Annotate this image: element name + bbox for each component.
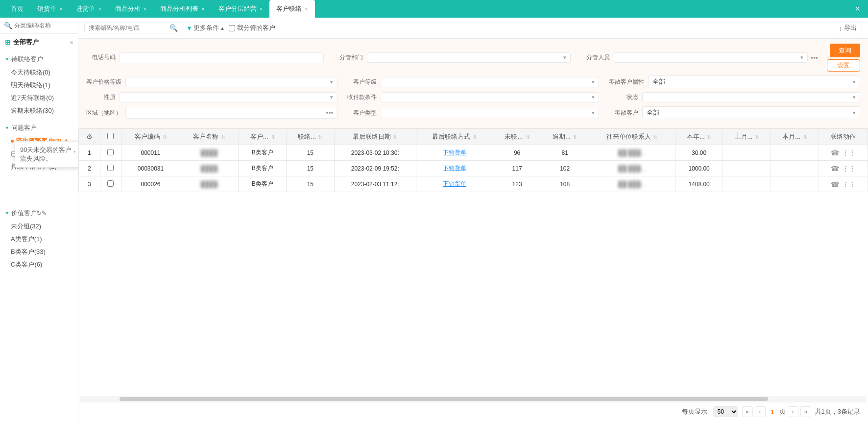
sort-icon8[interactable]: ⇅ [573, 134, 577, 140]
filter-dept-select[interactable]: ▾ [367, 52, 571, 63]
sidebar-all-customers[interactable]: ⊞ 全部客户 « [0, 34, 78, 50]
filter-price-grade-select[interactable]: ▾ [125, 77, 338, 87]
filter-grade-select[interactable]: ▾ [381, 77, 599, 87]
filter-person-select[interactable]: ▾ [614, 52, 808, 63]
sidebar-item-today[interactable]: 今天待联络(0) [0, 66, 78, 79]
more-conditions-button[interactable]: ▼ 更多条件 ▲ [186, 24, 225, 32]
col-settings-icon[interactable]: ⚙ [86, 133, 93, 141]
col-settings[interactable]: ⚙ [79, 129, 100, 145]
sort-icon11[interactable]: ⇅ [755, 134, 759, 140]
sort-icon7[interactable]: ⇅ [526, 134, 530, 140]
sort-icon4[interactable]: ⇅ [318, 134, 322, 140]
next-page-button[interactable]: › [788, 406, 798, 417]
sort-icon10[interactable]: ⇅ [707, 134, 711, 140]
sort-icon2[interactable]: ⇅ [221, 134, 225, 140]
close-purchase-tab[interactable]: × [98, 6, 101, 12]
row-last-method[interactable]: 下销货单 [416, 145, 493, 161]
collapse-icon[interactable]: « [70, 39, 73, 45]
nav-tab-analysis-list[interactable]: 商品分析列表 × [153, 0, 211, 18]
more-options-dots[interactable]: ••• [811, 54, 818, 62]
filter-status-select[interactable]: ▾ [642, 92, 860, 102]
filter-cust-type-select[interactable]: ▾ [381, 108, 599, 118]
more-actions-icon[interactable]: ⋮⋮ [842, 149, 856, 157]
region-dots[interactable]: ••• [326, 109, 334, 117]
more-actions-icon[interactable]: ⋮⋮ [842, 165, 856, 173]
contact-icon[interactable]: ☎ [831, 180, 839, 188]
filter-zero-cust-select[interactable]: 全部▾ [642, 106, 860, 119]
close-contact-tab[interactable]: × [305, 6, 308, 12]
filter-row-3: 性质 ▾ 收付款条件 ▾ 状态 ▾ [86, 92, 860, 102]
settings-button[interactable]: 设置 [827, 59, 860, 72]
row-actions[interactable]: ☎ ⋮⋮ [819, 145, 868, 161]
row-checkbox[interactable] [100, 161, 121, 176]
export-button[interactable]: ↓ 导出 [834, 22, 863, 34]
select-all-checkbox[interactable] [107, 133, 114, 139]
filter-zero-attr-label: 零散客户属性 [609, 78, 644, 86]
edit-icon[interactable]: ✎ [42, 210, 47, 217]
nav-tab-customer-tier[interactable]: 客户分层经营 × [212, 0, 269, 18]
filter-nature-select[interactable]: ▾ [120, 92, 338, 102]
sidebar-item-class-c[interactable]: C类客户(6) [0, 258, 78, 271]
col-name: 客户名称 ⇅ [180, 129, 239, 145]
horizontal-scrollbar[interactable] [80, 396, 866, 402]
row-last-method[interactable]: 下销货单 [416, 176, 493, 192]
row-this-year: 1408.00 [675, 176, 723, 192]
sort-icon12[interactable]: ⇅ [803, 134, 807, 140]
page-size-select[interactable]: 50 100 200 [713, 406, 738, 417]
sidebar-item-ungroup[interactable]: 未分组(32) [0, 220, 78, 233]
sidebar-item-overdue-contact[interactable]: 逾期未联络(30) [0, 104, 78, 117]
close-sales-tab[interactable]: × [59, 6, 62, 12]
close-analysis-tab[interactable]: × [144, 6, 146, 12]
nav-tab-analysis[interactable]: 商品分析 × [108, 0, 153, 18]
sort-icon5[interactable]: ⇅ [393, 134, 397, 140]
triangle-icon2: ▼ [5, 125, 9, 130]
nav-tab-customer-contact[interactable]: 客户联络 × [269, 0, 314, 18]
close-tier-tab[interactable]: × [260, 6, 263, 12]
row-last-method[interactable]: 下销货单 [416, 161, 493, 176]
sidebar-item-class-b[interactable]: B类客户(33) [0, 246, 78, 258]
col-checkbox[interactable] [100, 129, 121, 145]
scrollbar-thumb[interactable] [120, 397, 768, 401]
filter-region-select[interactable]: ••• [125, 107, 338, 119]
sort-icon3[interactable]: ⇅ [271, 134, 275, 140]
filter-payment-select[interactable]: ▾ [381, 92, 599, 102]
row-uncontacted: 123 [493, 176, 541, 192]
chevron-up-icon: ▲ [220, 25, 225, 31]
sidebar-section-pending-title[interactable]: ▼ 待联络客户 [0, 52, 78, 66]
row-actions[interactable]: ☎ ⋮⋮ [819, 176, 868, 192]
active-dot [11, 140, 14, 143]
row-this-year: 1000.00 [675, 161, 723, 176]
sidebar-item-tomorrow[interactable]: 明天待联络(1) [0, 79, 78, 92]
prev-page-button[interactable]: ‹ [755, 406, 766, 417]
first-page-button[interactable]: « [742, 406, 753, 417]
filter-phone-input[interactable] [120, 52, 324, 63]
sort-icon[interactable]: ⇅ [163, 134, 167, 140]
sidebar-section-value-title[interactable]: ▼ 价值客户 ↻ ✎ [0, 206, 78, 220]
sidebar-item-7days[interactable]: 近7天待联络(0) [0, 92, 78, 104]
contact-icon[interactable]: ☎ [831, 165, 839, 173]
my-customers-checkbox[interactable] [229, 25, 235, 31]
filter-zero-attr-select[interactable]: 全部▾ [648, 75, 860, 88]
close-analysis-list-tab[interactable]: × [201, 6, 204, 12]
sidebar-item-class-a[interactable]: A类客户(1) [0, 233, 78, 246]
nav-tab-home[interactable]: 首页 [4, 0, 30, 18]
nav-tab-purchase[interactable]: 进货单 × [69, 0, 108, 18]
last-page-button[interactable]: » [800, 406, 811, 417]
sidebar-search-input[interactable] [14, 22, 74, 29]
sort-icon6[interactable]: ⇅ [473, 134, 477, 140]
row-actions[interactable]: ☎ ⋮⋮ [819, 161, 868, 176]
row-checkbox[interactable] [100, 145, 121, 161]
query-button[interactable]: 查询 [830, 44, 860, 57]
col-action: 联络动作 [819, 129, 868, 145]
search-button[interactable]: 🔍 [169, 24, 178, 32]
refresh-icon[interactable]: ↻ [37, 210, 42, 217]
search-input[interactable] [89, 25, 168, 31]
more-actions-icon[interactable]: ⋮⋮ [842, 180, 856, 188]
sidebar-section-problem-title[interactable]: ▼ 问题客户 [0, 121, 78, 135]
contact-icon[interactable]: ☎ [831, 149, 839, 157]
sort-icon9[interactable]: ⇅ [653, 134, 657, 140]
row-checkbox[interactable] [100, 176, 121, 192]
my-customers-checkbox-label[interactable]: 我分管的客户 [229, 24, 275, 32]
nav-tab-sales[interactable]: 销货单 × [30, 0, 69, 18]
window-close-button[interactable]: × [851, 4, 864, 14]
